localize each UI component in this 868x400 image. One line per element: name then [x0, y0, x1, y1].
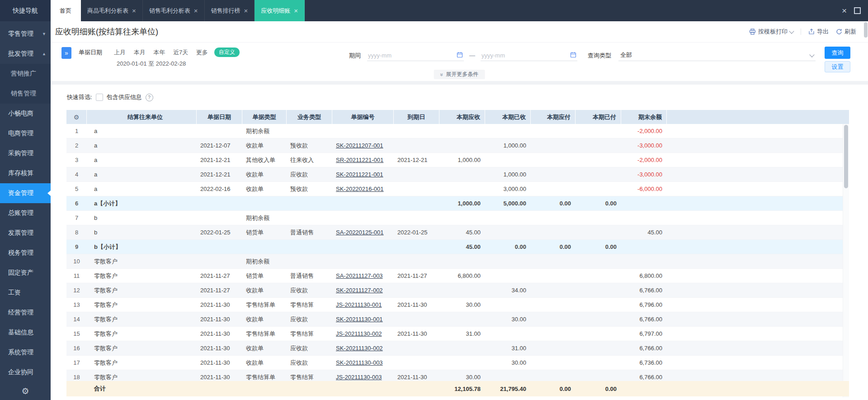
table-row[interactable]: 2a2021-12-07收款单预收款SK-20211207-0011,000.0…: [66, 138, 849, 153]
table-row[interactable]: 3a2021-12-21其他收入单往来收入SR-20211221-0012021…: [66, 153, 849, 167]
doc-number-link[interactable]: JS-20211130-003: [336, 374, 382, 381]
doc-number-link[interactable]: SK-20211130-003: [336, 359, 383, 366]
table-row[interactable]: 12零散客户2021-11-27收款单应收款SK-20211127-00234.…: [66, 283, 849, 298]
settings-button[interactable]: 设置: [825, 61, 850, 72]
date-range-link[interactable]: 更多: [196, 49, 208, 56]
tab-close-icon[interactable]: ×: [244, 7, 248, 14]
scrollbar-thumb[interactable]: [844, 125, 848, 188]
help-question-icon[interactable]: ?: [146, 94, 153, 101]
doc-number-link[interactable]: SA-20211127-003: [336, 272, 383, 279]
settings-gear-icon[interactable]: ⚙: [0, 386, 51, 396]
report-panel: 快速筛选: 包含供应信息 ? ⚙结算往来单位单据日期单据类型业务类型单据编号到期…: [51, 85, 868, 400]
sidebar-item[interactable]: 企业协同: [0, 362, 51, 382]
sidebar-item[interactable]: 工资: [0, 283, 51, 303]
page-scrollbar-thumb[interactable]: [864, 22, 868, 38]
table-vertical-scrollbar[interactable]: [843, 124, 849, 397]
period-to-input[interactable]: [481, 50, 577, 61]
export-button[interactable]: 导出: [808, 28, 829, 36]
doc-number-link[interactable]: SR-20211221-001: [336, 157, 383, 163]
doc-number-link[interactable]: SK-20211127-002: [336, 287, 383, 294]
table-row[interactable]: 17零散客户2021-11-30收款单应收款SK-20211130-00330.…: [66, 356, 849, 370]
tab-close-icon[interactable]: ×: [132, 7, 136, 14]
calendar-icon[interactable]: [457, 52, 463, 58]
table-row[interactable]: 10零散客户期初余额: [66, 254, 849, 269]
doc-number-link[interactable]: SK-20211130-002: [336, 345, 383, 352]
sidebar-item[interactable]: 资金管理: [0, 183, 51, 203]
expand-more-button[interactable]: » 展开更多条件: [434, 70, 485, 79]
cell-received: 0.00: [485, 240, 531, 254]
sidebar-item[interactable]: 总账管理: [0, 203, 51, 223]
col-header-doc_no: 单据编号: [332, 110, 394, 124]
search-button[interactable]: 查询: [825, 47, 850, 59]
sidebar-item-label: 资金管理: [8, 189, 33, 197]
cell-received: 30.00: [485, 312, 531, 326]
page-scrollbar[interactable]: [864, 22, 868, 398]
sidebar-item[interactable]: 营销推广: [0, 64, 51, 84]
table-row[interactable]: 7b期初余额: [66, 211, 849, 225]
table-row[interactable]: 15零散客户2021-11-30零售结算单零售结算JS-20211130-002…: [66, 327, 849, 341]
sidebar-item[interactable]: 发票管理: [0, 223, 51, 243]
table-row[interactable]: 5a2022-02-16收款单预收款SK-20220216-0013,000.0…: [66, 182, 849, 196]
table-row[interactable]: 16零散客户2021-11-30收款单应收款SK-20211130-00231.…: [66, 341, 849, 356]
cell-payable: [531, 182, 576, 196]
tab[interactable]: 首页 ×: [51, 0, 81, 21]
sidebar-item[interactable]: 固定资产: [0, 263, 51, 283]
close-icon[interactable]: ×: [842, 6, 847, 15]
doc-number-link[interactable]: JS-20211130-002: [336, 330, 382, 337]
sidebar-item[interactable]: 销售管理: [0, 84, 51, 104]
refresh-button[interactable]: 刷新: [836, 28, 856, 36]
table-header-row: ⚙结算往来单位单据日期单据类型业务类型单据编号到期日本期应收本期已收本期应付本期…: [66, 110, 849, 124]
sidebar-item[interactable]: 经营管理: [0, 303, 51, 323]
chevron-down-icon[interactable]: [789, 29, 794, 33]
doc-number-link[interactable]: SK-20211221-001: [336, 171, 383, 178]
table-row[interactable]: 8b2022-01-25销货单普通销售SA-20220125-0012022-0…: [66, 225, 849, 240]
cell-doc_no: [332, 211, 394, 225]
sidebar-item[interactable]: 零售管理 ▼: [0, 24, 51, 44]
doc-number-link[interactable]: SK-20220216-001: [336, 186, 384, 192]
doc-number-link[interactable]: SK-20211207-001: [336, 142, 383, 149]
date-range-link[interactable]: 上月: [114, 49, 126, 56]
custom-range-badge[interactable]: 自定义: [214, 48, 240, 57]
col-header-unit: 结算往来单位: [87, 110, 197, 124]
tab[interactable]: 销售毛利分析表 ×: [143, 0, 205, 21]
include-supplier-checkbox[interactable]: [96, 94, 103, 101]
table-row[interactable]: 9b【小计】45.000.000.000.00: [66, 240, 849, 254]
sidebar-item[interactable]: 库存核算: [0, 163, 51, 183]
tab-close-icon[interactable]: ×: [294, 7, 298, 14]
gear-icon[interactable]: ⚙: [74, 114, 80, 121]
doc-number-link[interactable]: JS-20211130-001: [336, 301, 382, 308]
table-row[interactable]: 13零散客户2021-11-30零售结算单零售结算JS-20211130-001…: [66, 298, 849, 312]
cell-paid: [576, 225, 621, 239]
fullscreen-icon[interactable]: [854, 7, 861, 14]
table-row[interactable]: 1a期初余额-2,000.00: [66, 124, 849, 138]
sidebar-item[interactable]: 系统管理: [0, 343, 51, 362]
sidebar-item[interactable]: 快捷导航: [0, 0, 51, 21]
table-row[interactable]: 11零散客户2021-11-27销货单普通销售SA-20211127-00320…: [66, 269, 849, 283]
table-row[interactable]: 6a【小计】1,000.005,000.000.000.00: [66, 196, 849, 211]
doc-number-link[interactable]: SA-20220125-001: [336, 229, 384, 236]
table-row[interactable]: 14零散客户2021-11-30收款单应收款SK-20211130-00130.…: [66, 312, 849, 327]
print-by-template-button[interactable]: 按模板打印: [749, 28, 793, 36]
query-type-select[interactable]: 全部: [618, 50, 816, 61]
doc-number-link[interactable]: SK-20211130-001: [336, 316, 383, 323]
sidebar-item[interactable]: 小畅电商: [0, 104, 51, 124]
table-row[interactable]: 4a2021-12-21收款单应收款SK-20211221-0011,000.0…: [66, 167, 849, 182]
date-range-link[interactable]: 本月: [134, 49, 146, 56]
tab[interactable]: 销售排行榜 ×: [205, 0, 255, 21]
period-from-input[interactable]: [367, 50, 464, 61]
sidebar-item[interactable]: 税务管理: [0, 243, 51, 263]
date-range-link[interactable]: 近7天: [173, 49, 188, 56]
tab[interactable]: 应收明细账 ×: [255, 0, 305, 21]
tab-close-icon[interactable]: ×: [194, 7, 198, 14]
calendar-icon[interactable]: [570, 52, 576, 58]
date-range-link[interactable]: 本年: [153, 49, 165, 56]
tab[interactable]: 商品毛利分析表 ×: [81, 0, 143, 21]
cell-received: 3,000.00: [485, 182, 531, 196]
sidebar-item[interactable]: 批发管理 ▲: [0, 44, 51, 64]
sidebar-item[interactable]: 采购管理: [0, 143, 51, 163]
cell-due_date: [394, 283, 439, 297]
sidebar-item[interactable]: 电商管理: [0, 124, 51, 143]
collapse-panel-button[interactable]: »: [61, 47, 71, 59]
query-type-filter: 查询类型 全部: [588, 50, 816, 61]
sidebar-item[interactable]: 基础信息: [0, 323, 51, 343]
